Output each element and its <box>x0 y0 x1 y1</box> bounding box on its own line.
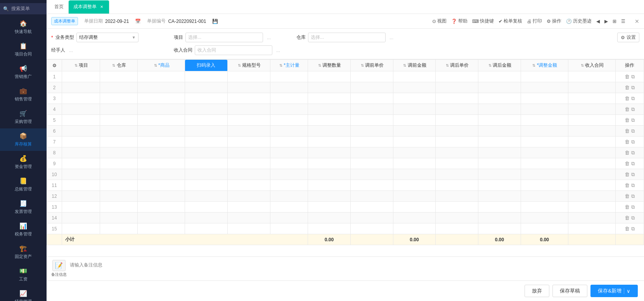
row-pre-unit-price[interactable] <box>350 180 393 191</box>
copy-icon[interactable]: ⧉ <box>631 128 635 134</box>
col-unit-header[interactable]: ⇅ *主计量 <box>270 60 308 71</box>
row-pre-unit-price[interactable] <box>350 93 393 104</box>
row-income-contract[interactable] <box>568 191 615 202</box>
sidebar-item-sales-mgmt[interactable]: 💼 销售管理 <box>0 83 47 106</box>
row-warehouse[interactable] <box>100 158 138 169</box>
view-list-icon[interactable]: ☰ <box>621 19 625 24</box>
row-income-contract[interactable] <box>568 223 615 234</box>
copy-icon[interactable]: ⧉ <box>631 215 635 221</box>
row-project[interactable] <box>62 213 100 223</box>
action-review[interactable]: ✔ 检单复核 <box>499 18 522 24</box>
save-icon[interactable]: 💾 <box>212 19 218 24</box>
row-post-unit-price[interactable] <box>436 180 478 191</box>
row-pre-unit-price[interactable] <box>350 213 393 223</box>
copy-icon[interactable]: ⧉ <box>631 193 635 199</box>
row-goods[interactable] <box>138 169 185 180</box>
row-adjust-amount[interactable] <box>521 191 568 202</box>
row-adjust-qty[interactable] <box>308 71 351 82</box>
action-operate[interactable]: ⚙ 操作 <box>547 18 561 24</box>
row-spec[interactable] <box>227 147 270 158</box>
row-unit[interactable] <box>270 115 308 126</box>
row-income-contract[interactable] <box>568 213 615 223</box>
nav-prev[interactable]: ◀ <box>596 19 600 24</box>
calendar-icon[interactable]: 📅 <box>135 19 141 24</box>
row-spec[interactable] <box>227 158 270 169</box>
row-goods[interactable] <box>138 158 185 169</box>
row-warehouse[interactable] <box>100 213 138 223</box>
row-scan[interactable] <box>185 104 228 115</box>
row-adjust-amount[interactable] <box>521 213 568 223</box>
sidebar-item-purchase-mgmt[interactable]: 🛒 采购管理 <box>0 106 47 128</box>
row-pre-unit-price[interactable] <box>350 82 393 93</box>
row-post-unit-price[interactable] <box>436 115 478 126</box>
row-scan[interactable] <box>185 158 228 169</box>
copy-icon[interactable]: ⧉ <box>631 74 635 80</box>
row-pre-amount[interactable] <box>393 115 436 126</box>
row-pre-unit-price[interactable] <box>350 191 393 202</box>
save-new-button[interactable]: 保存&新增 ∨ <box>590 285 638 297</box>
row-goods[interactable] <box>138 126 185 137</box>
row-adjust-qty[interactable] <box>308 147 351 158</box>
row-goods[interactable] <box>138 71 185 82</box>
row-project[interactable] <box>62 191 100 202</box>
row-adjust-amount[interactable] <box>521 115 568 126</box>
row-pre-amount[interactable] <box>393 147 436 158</box>
row-post-amount[interactable] <box>478 223 521 234</box>
row-warehouse[interactable] <box>100 180 138 191</box>
col-adjust-qty-header[interactable]: ⇅ 调整数量 <box>308 60 351 71</box>
delete-icon[interactable]: 🗑 <box>625 193 630 199</box>
row-pre-unit-price[interactable] <box>350 137 393 147</box>
copy-icon[interactable]: ⧉ <box>631 182 635 189</box>
row-pre-amount[interactable] <box>393 158 436 169</box>
row-adjust-qty[interactable] <box>308 223 351 234</box>
row-project[interactable] <box>62 82 100 93</box>
row-post-amount[interactable] <box>478 93 521 104</box>
row-scan[interactable] <box>185 82 228 93</box>
col-settings-header[interactable]: ⚙ <box>47 60 62 71</box>
row-post-unit-price[interactable] <box>436 202 478 213</box>
row-post-unit-price[interactable] <box>436 126 478 137</box>
sidebar-item-ledger[interactable]: 📒 总账管理 <box>0 173 47 196</box>
biz-type-select[interactable]: 结存调整 ▼ <box>76 33 138 42</box>
row-pre-amount[interactable] <box>393 82 436 93</box>
row-spec[interactable] <box>227 213 270 223</box>
row-project[interactable] <box>62 202 100 213</box>
row-project[interactable] <box>62 223 100 234</box>
row-unit[interactable] <box>270 93 308 104</box>
row-project[interactable] <box>62 71 100 82</box>
row-adjust-amount[interactable] <box>521 126 568 137</box>
row-warehouse[interactable] <box>100 93 138 104</box>
row-warehouse[interactable] <box>100 104 138 115</box>
row-post-amount[interactable] <box>478 115 521 126</box>
row-warehouse[interactable] <box>100 115 138 126</box>
row-goods[interactable] <box>138 191 185 202</box>
row-unit[interactable] <box>270 213 308 223</box>
sidebar-item-invoice[interactable]: 🧾 发票管理 <box>0 196 47 218</box>
save-draft-button[interactable]: 保存草稿 <box>552 285 587 297</box>
sidebar-item-payroll[interactable]: 💵 工资 <box>0 263 47 286</box>
row-post-unit-price[interactable] <box>436 158 478 169</box>
row-warehouse[interactable] <box>100 71 138 82</box>
income-contract-select[interactable]: 收入合同 <box>195 45 272 55</box>
copy-icon[interactable]: ⧉ <box>631 226 635 232</box>
row-project[interactable] <box>62 115 100 126</box>
row-post-unit-price[interactable] <box>436 137 478 147</box>
row-scan[interactable] <box>185 191 228 202</box>
row-pre-amount[interactable] <box>393 93 436 104</box>
row-unit[interactable] <box>270 223 308 234</box>
row-pre-unit-price[interactable] <box>350 158 393 169</box>
row-post-unit-price[interactable] <box>436 82 478 93</box>
row-spec[interactable] <box>227 71 270 82</box>
row-unit[interactable] <box>270 180 308 191</box>
row-post-unit-price[interactable] <box>436 147 478 158</box>
row-income-contract[interactable] <box>568 137 615 147</box>
row-adjust-qty[interactable] <box>308 93 351 104</box>
row-scan[interactable] <box>185 202 228 213</box>
copy-icon[interactable]: ⧉ <box>631 161 635 167</box>
row-adjust-qty[interactable] <box>308 158 351 169</box>
project-select[interactable]: 选择... <box>185 33 263 42</box>
row-post-unit-price[interactable] <box>436 71 478 82</box>
row-goods[interactable] <box>138 137 185 147</box>
delete-icon[interactable]: 🗑 <box>625 150 630 156</box>
row-spec[interactable] <box>227 180 270 191</box>
